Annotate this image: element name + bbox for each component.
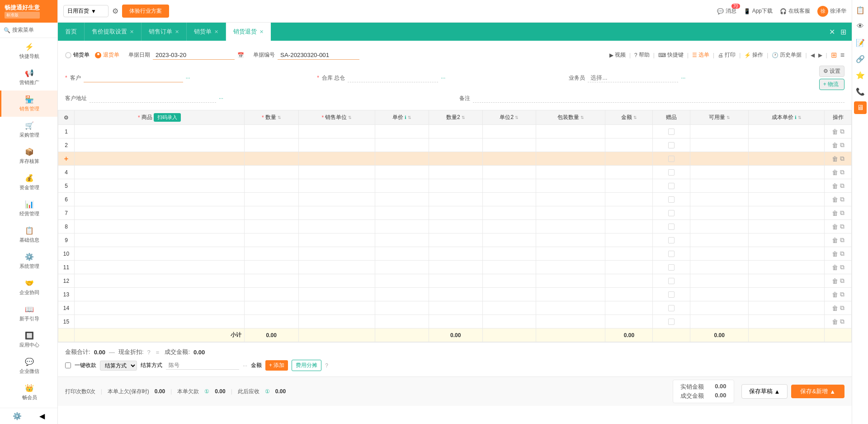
sidebar-item-member[interactable]: 👑 畅会员 <box>0 379 57 405</box>
sidebar-item-sales[interactable]: 🏪 销售管理 <box>0 91 57 117</box>
copy-icon-1[interactable]: ⧉ <box>840 128 844 135</box>
close-tab-icon[interactable]: ✕ <box>827 27 837 37</box>
delete-icon-15[interactable]: 🗑 <box>832 318 838 325</box>
delete-icon-1[interactable]: 🗑 <box>832 128 838 135</box>
delete-icon-3[interactable]: 🗑 <box>832 155 838 162</box>
product-cell-7[interactable] <box>75 206 245 220</box>
settings-btn[interactable]: ⚙ 设置 <box>819 66 844 77</box>
right-icon-4[interactable]: 🔗 <box>854 52 867 65</box>
sidebar-item-marketing[interactable]: 📢 营销推广 <box>0 64 57 91</box>
gift-checkbox-15[interactable] <box>668 319 675 325</box>
copy-icon-9[interactable]: ⧉ <box>840 236 844 244</box>
customer-more-btn[interactable]: ··· <box>186 75 190 81</box>
copy-icon-14[interactable]: ⧉ <box>840 304 844 312</box>
prev-icon[interactable]: ◀ <box>811 52 815 58</box>
gift-checkbox-2[interactable] <box>668 142 675 148</box>
gift-checkbox-13[interactable] <box>668 291 675 298</box>
right-icon-7[interactable]: 🖥 <box>854 101 867 114</box>
next-icon[interactable]: ▶ <box>818 52 822 58</box>
bill-no-input[interactable] <box>278 51 359 60</box>
toolbar-shortcut[interactable]: ⌨ 快捷键 <box>658 51 684 59</box>
barcode-btn[interactable]: 扫码录入 <box>154 113 181 122</box>
product-cell-11[interactable] <box>75 261 245 274</box>
sidebar-item-apps[interactable]: 🔲 应用中心 <box>0 327 57 353</box>
copy-icon-3[interactable]: ⧉ <box>840 155 844 162</box>
copy-icon-13[interactable]: ⧉ <box>840 291 844 298</box>
sidebar-item-inventory[interactable]: 📦 库存核算 <box>0 143 57 169</box>
industry-select[interactable]: 日用百货 ▼ <box>63 5 108 17</box>
sidebar-item-purchase[interactable]: 🛒 采购管理 <box>0 117 57 143</box>
address-more-btn[interactable]: ··· <box>219 95 223 101</box>
calendar-icon[interactable]: 📅 <box>237 52 244 58</box>
product-cell-6[interactable] <box>75 193 245 206</box>
one-click-payment-checkbox[interactable] <box>65 362 71 368</box>
copy-icon-4[interactable]: ⧉ <box>840 168 844 176</box>
right-icon-2[interactable]: 👁 <box>854 20 867 33</box>
date-input[interactable] <box>153 51 235 60</box>
product-cell-4[interactable] <box>75 166 245 179</box>
product-input-3[interactable] <box>77 154 241 163</box>
tab-sales-order[interactable]: 销售订单✕ <box>142 23 187 41</box>
delete-icon-9[interactable]: 🗑 <box>832 237 838 244</box>
radio-sales[interactable]: 销货单 <box>65 51 90 59</box>
toolbar-video[interactable]: ▶ 视频 <box>609 51 626 59</box>
product-cell-5[interactable] <box>75 179 245 193</box>
copy-icon-10[interactable]: ⧉ <box>840 250 844 257</box>
gift-checkbox-5[interactable] <box>668 183 675 189</box>
app-download-group[interactable]: 📱 App下载 <box>744 7 773 15</box>
sidebar-item-finance[interactable]: 💰 资金管理 <box>0 169 57 195</box>
tab-sales-return[interactable]: 销货退货✕ <box>226 23 271 41</box>
split-btn[interactable]: 费用分摊 <box>292 360 321 371</box>
gift-checkbox-14[interactable] <box>668 305 675 311</box>
right-icon-6[interactable]: 📞 <box>854 85 867 98</box>
copy-icon-2[interactable]: ⧉ <box>840 141 844 149</box>
product-cell-1[interactable] <box>75 125 245 138</box>
gift-checkbox-10[interactable] <box>668 251 675 257</box>
copy-icon-8[interactable]: ⧉ <box>840 223 844 230</box>
tab-close-sales-return[interactable]: ✕ <box>259 29 264 35</box>
delete-icon-12[interactable]: 🗑 <box>832 277 838 285</box>
tab-close-price-setting[interactable]: ✕ <box>130 29 134 35</box>
experience-btn[interactable]: 体验行业方案 <box>122 5 169 18</box>
sidebar-item-basics[interactable]: 📋 基础信息 <box>0 222 57 248</box>
copy-icon-5[interactable]: ⧉ <box>840 182 844 190</box>
customer-input[interactable] <box>84 73 183 82</box>
settings-icon[interactable]: ⚙️ <box>13 412 22 420</box>
tab-price-setting[interactable]: 售价提取设置✕ <box>85 23 142 41</box>
delete-icon-4[interactable]: 🗑 <box>832 169 838 176</box>
delete-icon-8[interactable]: 🗑 <box>832 223 838 230</box>
address-input[interactable] <box>90 94 216 103</box>
radio-return[interactable]: 退货单 <box>95 51 119 59</box>
remarks-input[interactable] <box>473 94 844 103</box>
gift-checkbox-1[interactable] <box>668 129 675 135</box>
topbar-gear-icon[interactable]: ⚙ <box>112 7 118 15</box>
list-view-icon[interactable]: ≡ <box>840 51 844 59</box>
col-gear[interactable]: ⚙ <box>58 110 75 125</box>
save-draft-btn[interactable]: 保存草稿 ▲ <box>741 384 788 399</box>
calc-method-select[interactable]: 结算方式 <box>100 361 137 371</box>
tab-sales-out[interactable]: 销货单✕ <box>187 23 226 41</box>
copy-icon-12[interactable]: ⧉ <box>840 277 844 285</box>
sidebar-item-collab[interactable]: 🤝 企业协同 <box>0 274 57 300</box>
user-group[interactable]: 徐 徐泽华 <box>817 6 846 17</box>
product-cell-10[interactable] <box>75 247 245 261</box>
product-cell-13[interactable] <box>75 288 245 301</box>
save-new-btn[interactable]: 保存&新增 ▲ <box>791 385 844 398</box>
toolbar-print[interactable]: 🖨 打印 <box>718 51 736 59</box>
delete-icon-5[interactable]: 🗑 <box>832 182 838 190</box>
delete-icon-6[interactable]: 🗑 <box>832 196 838 203</box>
delete-icon-10[interactable]: 🗑 <box>832 250 838 257</box>
sidebar-item-operations[interactable]: 📊 经营管理 <box>0 195 57 222</box>
product-cell-2[interactable] <box>75 138 245 152</box>
product-cell-9[interactable] <box>75 233 245 247</box>
gift-checkbox-11[interactable] <box>668 264 675 271</box>
collapse-icon[interactable]: ◀ <box>39 412 45 420</box>
copy-icon-15[interactable]: ⧉ <box>840 318 844 325</box>
tab-close-sales-order[interactable]: ✕ <box>175 29 179 35</box>
gift-checkbox-8[interactable] <box>668 224 675 230</box>
gift-checkbox-6[interactable] <box>668 196 675 203</box>
right-icon-5[interactable]: ⭐ <box>854 69 867 81</box>
delete-icon-2[interactable]: 🗑 <box>832 142 838 149</box>
warehouse-input[interactable] <box>348 73 438 82</box>
product-cell-12[interactable] <box>75 274 245 288</box>
